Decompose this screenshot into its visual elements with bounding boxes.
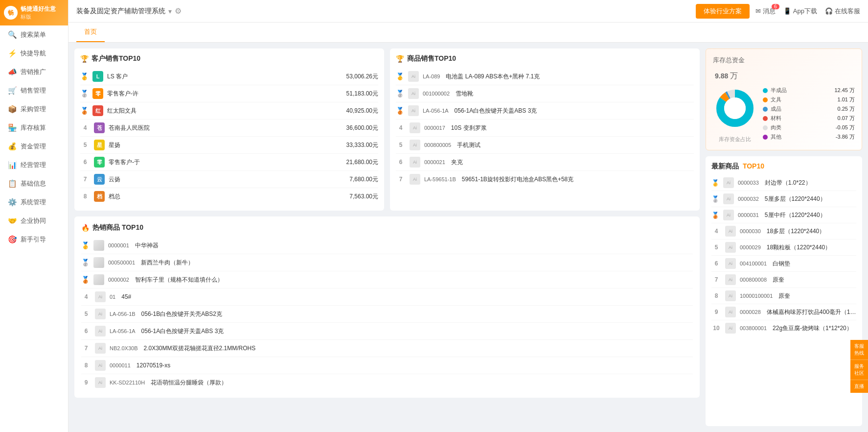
product-code: 001000002 — [423, 91, 450, 96]
product-code: 0000032 — [738, 196, 759, 202]
product-img: Ai — [725, 274, 736, 285]
new-product-row: 5 Ai 0000029 18颗粒板（1220*2440） — [711, 240, 856, 256]
legend-item: 肉类 -0.05 万 — [763, 124, 855, 131]
rank-num: 5 — [711, 244, 721, 251]
customer-avatar: 档 — [94, 191, 105, 202]
legend-label: 文具 — [771, 96, 835, 103]
app-download-button[interactable]: 📱 App下载 — [783, 7, 817, 16]
purchase-icon: 📦 — [8, 105, 17, 114]
inventory-icon: 🏪 — [8, 123, 17, 132]
hot-product-row: 5 Ai LA-056-1B 056-1B白色按键开关壳ABS2克 — [81, 306, 693, 323]
product-ranking-row: 🥉 Ai LA-056-1A 056-1A白色按键开关盖ABS 3克 — [396, 102, 694, 120]
dropdown-icon[interactable]: ▾ — [168, 7, 172, 15]
new-products-title: 最新商品 TOP10 — [711, 162, 856, 171]
customer-ranking-card: 🏆 客户销售TOP10 🥇 L LS 客户 53,006.26元 🥈 零 零售客… — [74, 48, 384, 211]
product-img: Ai — [410, 122, 420, 133]
product-name: 中华神器 — [135, 241, 693, 250]
product-name: 10S 变刹罗浆 — [451, 124, 694, 132]
sidebar-item-marketing[interactable]: 📣 营销推广 — [0, 63, 68, 81]
product-name: 封边带（1.0*22） — [765, 179, 856, 187]
product-img: Ai — [95, 360, 106, 371]
legend-value: 1.01 万 — [838, 96, 855, 103]
product-img: Ai — [723, 210, 734, 220]
chart-area: 库存资金占比 半成品 12.45 万 文具 1.01 万 成品 0.25 万 材… — [713, 86, 855, 143]
product-code: 0000001 — [108, 242, 129, 248]
product-code: 0000029 — [740, 244, 761, 250]
product-code: 0000017 — [424, 125, 445, 131]
sidebar-item-system[interactable]: ⚙️ 系统管理 — [0, 193, 68, 212]
legend-item: 其他 -3.86 万 — [763, 133, 855, 141]
customer-service-float[interactable]: 客服热线 — [850, 340, 868, 360]
customer-value: 36,600.00元 — [346, 124, 378, 132]
logo-text: 畅捷通好生意 标版 — [21, 5, 56, 21]
product-img: Ai — [95, 343, 106, 354]
product-img: Ai — [408, 105, 419, 116]
sidebar-item-sales[interactable]: 🛒 销售管理 — [0, 81, 68, 100]
tab-home[interactable]: 首页 — [76, 23, 105, 42]
legend-list: 半成品 12.45 万 文具 1.01 万 成品 0.25 万 材料 0.07 … — [763, 87, 855, 143]
sidebar-item-search[interactable]: 🔍 搜索菜单 — [0, 25, 68, 44]
sidebar-item-finance[interactable]: 💰 资金管理 — [0, 137, 68, 156]
new-product-row: 4 Ai 0000030 18多层（1220*2440） — [711, 223, 856, 240]
product-img: Ai — [725, 323, 736, 334]
sidebar-item-operation[interactable]: 📊 经营管理 — [0, 156, 68, 174]
customer-service-button[interactable]: 🎧 在线客服 — [825, 7, 860, 16]
product-code: 004100001 — [740, 261, 767, 266]
rank-num: 9 — [81, 379, 91, 386]
legend-item: 半成品 12.45 万 — [763, 87, 855, 94]
guide-icon: 🎯 — [8, 235, 17, 244]
customer-name: 零售客户-许 — [107, 90, 343, 98]
customer-avatar: L — [92, 71, 103, 82]
product-name: 056-1A白色按键开关盖ABS 3克 — [141, 327, 693, 336]
sidebar-logo[interactable]: 畅 畅捷通好生意 标版 — [0, 0, 68, 25]
hot-product-row: 8 Ai 0000011 12070519-xs — [81, 357, 693, 374]
rank-medal: 🥉 — [711, 212, 719, 219]
middle-area: 🏆 客户销售TOP10 🥇 L LS 客户 53,006.26元 🥈 零 零售客… — [74, 48, 700, 426]
sidebar-item-basic[interactable]: 📋 基础信息 — [0, 174, 68, 193]
sidebar-item-quick-nav[interactable]: ⚡ 快捷导航 — [0, 44, 68, 63]
sidebar-item-purchase[interactable]: 📦 采购管理 — [0, 100, 68, 119]
chart-label: 库存资金占比 — [713, 136, 757, 143]
service-community-float[interactable]: 服务社区 — [850, 360, 868, 380]
product-code: 000800008 — [740, 277, 767, 283]
sidebar-item-guide[interactable]: 🎯 新手引导 — [0, 230, 68, 249]
product-name: 原奎 — [773, 276, 856, 284]
new-product-row: 7 Ai 000800008 原奎 — [711, 272, 856, 288]
message-button[interactable]: ✉ 消息 6 — [755, 7, 776, 16]
product-name: 电池盖 LA-089 ABS本色+黑种 7.1克 — [446, 72, 694, 81]
sales-icon: 🛒 — [8, 86, 17, 95]
customer-ranking-row: 🥉 红 红太阳文具 40,925.00元 — [80, 102, 378, 120]
legend-dot — [763, 135, 768, 140]
customer-ranking-row: 🥈 零 零售客户-许 51,183.00元 — [80, 85, 378, 102]
customer-value: 21,680.00元 — [346, 158, 378, 167]
customer-avatar: 零 — [92, 88, 103, 99]
product-img: Ai — [408, 88, 419, 99]
sidebar-item-corporate[interactable]: 🤝 企业协同 — [0, 212, 68, 230]
product-ranking-title: 🏆 商品销售TOP10 — [396, 54, 694, 63]
product-code: 0000028 — [740, 309, 761, 315]
legend-label: 材料 — [771, 115, 835, 122]
customer-ranking-row: 🥇 L LS 客户 53,006.26元 — [80, 68, 378, 85]
product-name: 体械嘉枸味苏打饮品400毫升（1*15） — [767, 308, 856, 316]
hot-product-row: 🥈 000500001 新西兰牛肉（新牛） — [81, 254, 693, 271]
legend-value: 12.45 万 — [834, 87, 855, 94]
settings-icon[interactable]: ⚙ — [175, 6, 182, 16]
new-products-list: 🥇 Ai 0000033 封边带（1.0*22） 🥈 Ai 0000032 5厘… — [711, 175, 856, 336]
hot-product-row: 9 Ai KK-SD22110H 花语萌恒温分腿睡袋（厚款） — [81, 374, 693, 391]
product-code: 0000033 — [738, 180, 759, 186]
rank-medal: 🥉 — [81, 276, 90, 284]
live-stream-float[interactable]: 直播 — [850, 380, 868, 393]
corporate-icon: 🤝 — [8, 216, 17, 225]
legend-label: 肉类 — [771, 124, 833, 131]
rank-num: 7 — [711, 276, 721, 283]
rank-medal: 🥈 — [80, 90, 89, 97]
sidebar-item-inventory[interactable]: 🏪 库存核算 — [0, 119, 68, 137]
legend-value: 0.07 万 — [838, 115, 855, 122]
product-img — [93, 240, 104, 251]
trial-button[interactable]: 体验行业方案 — [696, 4, 750, 19]
product-img: Ai — [410, 174, 420, 185]
product-name: 夹克 — [451, 158, 694, 167]
product-code: LA-056-1A — [423, 108, 449, 114]
product-name: 新西兰牛肉（新牛） — [141, 259, 693, 267]
rank-num: 4 — [81, 293, 91, 300]
